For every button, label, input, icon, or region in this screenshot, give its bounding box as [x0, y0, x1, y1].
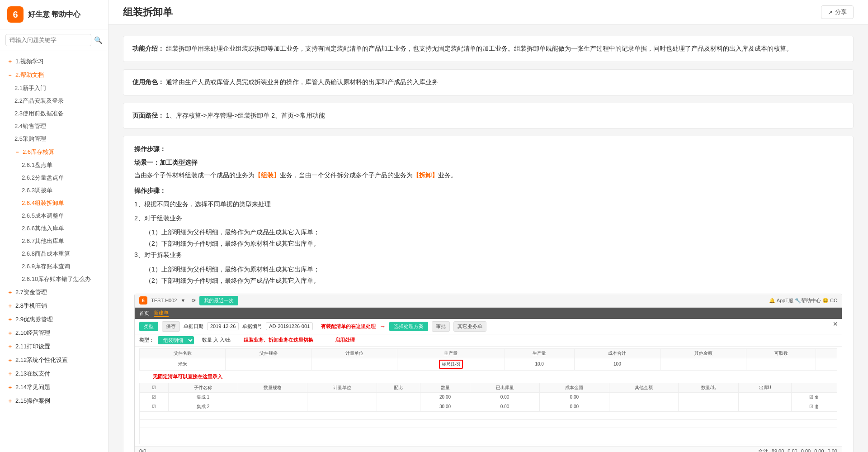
- lower-th-0: ☑: [140, 383, 169, 392]
- app-type-btn[interactable]: 类型: [139, 322, 158, 331]
- upper-cell-0-5: 100: [574, 358, 660, 370]
- lower-row-4: [140, 419, 837, 428]
- highlight-disassemble: 【拆卸】: [413, 171, 438, 179]
- sidebar-item-2[interactable]: － 2.帮助文档: [0, 68, 108, 82]
- sidebar-item-2-6-5[interactable]: 2.6.5成本调整单: [0, 209, 108, 222]
- sidebar-item-2-3[interactable]: 2.3使用前数据准备: [0, 107, 108, 120]
- sidebar-item-2-6-1[interactable]: 2.6.1盘点单: [0, 159, 108, 171]
- sidebar-item-2-13-label: 2.13在线支付: [15, 370, 50, 378]
- app-date-field[interactable]: 2019-12-26: [207, 322, 239, 330]
- highlight-assemble: 【组装】: [255, 171, 280, 179]
- lower-cell-2-1: 集成 2: [168, 402, 238, 411]
- lower-row-5: [140, 428, 837, 436]
- sidebar-item-2-12[interactable]: ＋ 2.12系统个性化设置: [0, 353, 108, 367]
- app-company: TEST-H002: [151, 298, 177, 303]
- sidebar-item-2-15[interactable]: ＋ 2.15操作案例: [0, 394, 108, 408]
- sidebar-item-2-6-3[interactable]: 2.6.3调拨单: [0, 184, 108, 197]
- lower-row-6: [140, 436, 837, 444]
- upper-table: 父件名称 父件规格 计量单位 主产量 生产量 成本合计 其他金额 可取数: [139, 348, 837, 371]
- upper-th-0: 父件名称: [140, 348, 226, 358]
- step-2-1: （1）上部明细为父件明细，最终作为产成品生成其它入库单；: [145, 227, 842, 238]
- upper-highlight-cell: 标尺(1-3): [439, 360, 463, 369]
- lower-cell-1-7: 0.00: [539, 392, 609, 402]
- share-label: 分享: [835, 8, 847, 16]
- sidebar-item-2-9[interactable]: ＋ 2.9优惠券管理: [0, 313, 108, 326]
- sidebar-item-2-10[interactable]: ＋ 2.10经营管理: [0, 326, 108, 340]
- sidebar-item-1[interactable]: ＋ 1.视频学习: [0, 55, 108, 68]
- upper-cell-0-2: [311, 358, 397, 370]
- sidebar-item-2-2[interactable]: 2.2产品安装及登录: [0, 95, 108, 107]
- lower-th-8: 其他金额: [609, 383, 679, 392]
- page-title: 组装拆卸单: [123, 5, 173, 19]
- app-docno-field[interactable]: AD-20191226-001: [266, 322, 313, 330]
- app-sync-icon: ⟳: [192, 298, 196, 304]
- app-new-btn[interactable]: 我的最近一次: [199, 296, 238, 305]
- logo-text: 好生意 帮助中心: [28, 10, 80, 19]
- app-type-select[interactable]: 组装明细 拆卸明细: [158, 336, 194, 344]
- expand-icon-2-6: －: [14, 148, 20, 156]
- lower-th-2: 数量规格: [238, 383, 307, 392]
- app-date-label: 单据日期: [184, 323, 203, 330]
- app-nav-new[interactable]: 新建单: [154, 309, 169, 317]
- sidebar-item-2-label: 2.帮助文档: [15, 71, 44, 79]
- share-button[interactable]: ↗ 分享: [821, 5, 854, 19]
- sidebar-item-2-6-8[interactable]: 2.6.8商品成本重算: [0, 247, 108, 260]
- lower-cell-2-5: 30.00: [420, 402, 470, 411]
- expand-icon-2-14: ＋: [7, 384, 13, 391]
- step-2-2: （2）下部明细为子件明细，最终作为原材料生成其它出库单。: [145, 238, 842, 249]
- expand-icon-2-9: ＋: [7, 316, 13, 324]
- app-section-row: 类型： 组装明细 拆卸明细 数量 入 入/出 组装业务、拆卸业务在这里切换 启用…: [135, 334, 842, 347]
- app-icons-area: 🔔 AppT服 🔧帮助中心 😊 CC: [769, 297, 837, 304]
- app-save-btn[interactable]: 保存: [162, 321, 180, 332]
- sidebar-item-2-6-2[interactable]: 2.6.2分量盘点单: [0, 171, 108, 184]
- footer-pagination: 0/0: [139, 448, 146, 452]
- main: 组装拆卸单 ↗ 分享 功能介绍： 组装拆卸单用来处理企业组装或拆卸等加工业务，支…: [108, 0, 868, 452]
- app-topbar: 6 TEST-H002 ▼ ⟳ 我的最近一次 🔔 AppT服 🔧帮助中心 😊 C…: [135, 294, 842, 308]
- sidebar-item-2-11[interactable]: ＋ 2.11打印设置: [0, 340, 108, 353]
- expand-icon-2-15: ＋: [7, 397, 13, 405]
- sidebar-item-2-7[interactable]: ＋ 2.7资金管理: [0, 285, 108, 299]
- app-approve-btn[interactable]: 审批: [432, 321, 450, 332]
- upper-th-2: 计量单位: [311, 348, 397, 358]
- app-screenshot: 6 TEST-H002 ▼ ⟳ 我的最近一次 🔔 AppT服 🔧帮助中心 😊 C…: [135, 294, 842, 452]
- app-nav-home[interactable]: 首页: [139, 310, 149, 317]
- expand-icon-2-12: ＋: [7, 357, 13, 364]
- sidebar-item-2-5[interactable]: 2.5采购管理: [0, 133, 108, 145]
- upper-th-1: 父件规格: [226, 348, 311, 358]
- sidebar-item-2-13[interactable]: ＋ 2.13在线支付: [0, 367, 108, 381]
- sidebar-item-2-6-4[interactable]: 2.6.4组装拆卸单: [0, 197, 108, 209]
- sidebar-item-2-14[interactable]: ＋ 2.14常见问题: [0, 381, 108, 394]
- expand-icon-2-8: ＋: [7, 302, 13, 310]
- footer-total-5: 0.00: [828, 448, 837, 452]
- upper-row-0: 米米 标尺(1-3) 10.0 100: [140, 358, 837, 370]
- annotation-4: 无固定清单可以直接在这里录入: [135, 372, 842, 381]
- app-close-icon[interactable]: ✕: [833, 320, 838, 328]
- intro-label-1: 功能介绍：: [132, 45, 164, 52]
- lower-th-3: 计量单位: [307, 383, 377, 392]
- sidebar-item-2-6-7[interactable]: 2.6.7其他出库单: [0, 235, 108, 247]
- sidebar-item-2-1[interactable]: 2.1新手入门: [0, 82, 108, 95]
- sidebar-item-2-4[interactable]: 2.4销售管理: [0, 120, 108, 133]
- app-nav: 首页 新建单: [135, 308, 842, 319]
- upper-table-wrapper: 父件名称 父件规格 计量单位 主产量 生产量 成本合计 其他金额 可取数: [135, 347, 842, 372]
- sidebar-item-2-6-9[interactable]: 2.6.9库存账本查询: [0, 260, 108, 273]
- sidebar-item-2-6-6[interactable]: 2.6.6其他入库单: [0, 222, 108, 235]
- upper-cell-0-6: [660, 358, 746, 370]
- app-process-btn[interactable]: 选择处理方案: [389, 322, 428, 331]
- sidebar-logo: 6 好生意 帮助中心: [0, 0, 108, 29]
- lower-th-10: 出库U: [739, 383, 792, 392]
- sidebar-item-2-6[interactable]: － 2.6库存核算: [0, 145, 108, 159]
- lower-th-5: 数量: [420, 383, 470, 392]
- lower-row-2: ☑ 集成 2 30.00 0.00 0.00: [140, 402, 837, 411]
- operation-title: 操作步骤：: [134, 145, 842, 153]
- intro-text-1: 组装拆卸单用来处理企业组装或拆卸等加工业务，支持有固定装配清单的产品加工业务，也…: [166, 45, 793, 52]
- lower-cell-2-9: [679, 402, 739, 411]
- search-input[interactable]: [5, 34, 91, 46]
- search-icon[interactable]: 🔍: [94, 36, 103, 44]
- sidebar-item-2-6-10[interactable]: 2.6.10库存账本错了怎么办: [0, 273, 108, 285]
- sidebar-item-2-8[interactable]: ＋ 2.8手机旺铺: [0, 299, 108, 313]
- sidebar-item-2-10-label: 2.10经营管理: [15, 329, 50, 337]
- lower-cell-1-1: 集成 1: [168, 392, 238, 402]
- app-other-btn[interactable]: 其它业务单: [453, 321, 486, 332]
- lower-cell-1-6: 0.00: [470, 392, 540, 402]
